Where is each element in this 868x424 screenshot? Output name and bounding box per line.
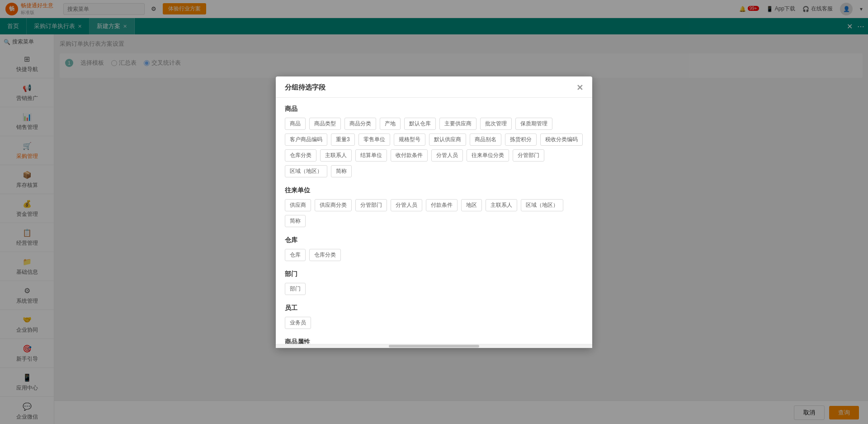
modal-overlay: 分组待选字段 ✕ 商品 商品 商品类型 商品分类 产地 默认仓库 主要供应商 批… xyxy=(0,0,868,424)
field-tags-goods: 商品 商品类型 商品分类 产地 默认仓库 主要供应商 批次管理 保质期管理 客户… xyxy=(285,118,583,177)
field-group-warehouse: 仓库 仓库 仓库分类 xyxy=(285,236,583,261)
field-tag[interactable]: 分管人员 xyxy=(391,199,422,211)
field-tag[interactable]: 仓库分类 xyxy=(309,249,341,261)
field-tag[interactable]: 重量3 xyxy=(331,133,355,146)
group-title-counterpart: 往来单位 xyxy=(285,186,583,195)
field-tag[interactable]: 收付款条件 xyxy=(391,149,428,162)
field-tag[interactable]: 部门 xyxy=(285,283,306,295)
field-tag[interactable]: 仓库分类 xyxy=(285,149,316,162)
field-tag[interactable]: 简称 xyxy=(331,165,352,177)
field-group-goods: 商品 商品 商品类型 商品分类 产地 默认仓库 主要供应商 批次管理 保质期管理… xyxy=(285,105,583,177)
field-tag[interactable]: 税收分类编码 xyxy=(540,133,583,146)
field-tag[interactable]: 批次管理 xyxy=(480,118,512,130)
field-tag[interactable]: 规格型号 xyxy=(394,133,425,146)
field-tag[interactable]: 主联系人 xyxy=(486,199,517,211)
modal-scrollbar-horizontal[interactable] xyxy=(276,344,592,348)
field-tag[interactable]: 业务员 xyxy=(285,317,311,329)
group-title-warehouse: 仓库 xyxy=(285,236,583,244)
field-tag[interactable]: 主要供应商 xyxy=(439,118,476,130)
field-tags-warehouse: 仓库 仓库分类 xyxy=(285,249,583,261)
field-tags-counterpart: 供应商 供应商分类 分管部门 分管人员 付款条件 地区 主联系人 区域（地区） … xyxy=(285,199,583,227)
field-tags-department: 部门 xyxy=(285,283,583,295)
group-title-goods: 商品 xyxy=(285,105,583,113)
modal-header: 分组待选字段 ✕ xyxy=(276,76,592,98)
field-tag[interactable]: 付款条件 xyxy=(426,199,458,211)
field-tag[interactable]: 零售单位 xyxy=(359,133,390,146)
field-tag[interactable]: 产地 xyxy=(380,118,401,130)
group-title-product-attr: 商品属性 xyxy=(285,338,583,344)
field-tag[interactable]: 拣货积分 xyxy=(505,133,537,146)
group-title-department: 部门 xyxy=(285,270,583,278)
field-group-counterpart: 往来单位 供应商 供应商分类 分管部门 分管人员 付款条件 地区 主联系人 区域… xyxy=(285,186,583,227)
field-tag[interactable]: 商品 xyxy=(285,118,306,130)
modal-body: 商品 商品 商品类型 商品分类 产地 默认仓库 主要供应商 批次管理 保质期管理… xyxy=(276,98,592,344)
field-select-modal: 分组待选字段 ✕ 商品 商品 商品类型 商品分类 产地 默认仓库 主要供应商 批… xyxy=(276,76,592,348)
field-tag[interactable]: 地区 xyxy=(461,199,482,211)
field-tag[interactable]: 默认供应商 xyxy=(429,133,466,146)
field-tag[interactable]: 分管部门 xyxy=(513,149,544,162)
field-tag[interactable]: 往来单位分类 xyxy=(467,149,509,162)
field-tag[interactable]: 供应商 xyxy=(285,199,311,211)
field-tag[interactable]: 结算单位 xyxy=(355,149,387,162)
field-group-product-attr: 商品属性 属性 颜色 多规格 尺码 鞋码 1 xyxy=(285,338,583,344)
field-tag[interactable]: 默认仓库 xyxy=(404,118,436,130)
field-tag[interactable]: 简称 xyxy=(285,215,306,227)
field-tag[interactable]: 分管部门 xyxy=(355,199,387,211)
field-tag[interactable]: 供应商分类 xyxy=(315,199,352,211)
field-tag[interactable]: 商品类型 xyxy=(309,118,341,130)
field-tag[interactable]: 商品分类 xyxy=(344,118,376,130)
field-tag[interactable]: 区域（地区） xyxy=(285,165,327,177)
field-tag[interactable]: 分管人员 xyxy=(431,149,463,162)
modal-close-button[interactable]: ✕ xyxy=(576,83,583,93)
field-tag[interactable]: 仓库 xyxy=(285,249,306,261)
field-tag[interactable]: 客户商品编码 xyxy=(285,133,327,146)
group-title-employee: 员工 xyxy=(285,304,583,312)
field-tag[interactable]: 主联系人 xyxy=(320,149,352,162)
field-tag[interactable]: 商品别名 xyxy=(470,133,501,146)
field-group-employee: 员工 业务员 xyxy=(285,304,583,329)
field-group-department: 部门 部门 xyxy=(285,270,583,295)
field-tags-employee: 业务员 xyxy=(285,317,583,329)
modal-title: 分组待选字段 xyxy=(285,83,326,92)
field-tag[interactable]: 保质期管理 xyxy=(515,118,552,130)
field-tag[interactable]: 区域（地区） xyxy=(521,199,563,211)
